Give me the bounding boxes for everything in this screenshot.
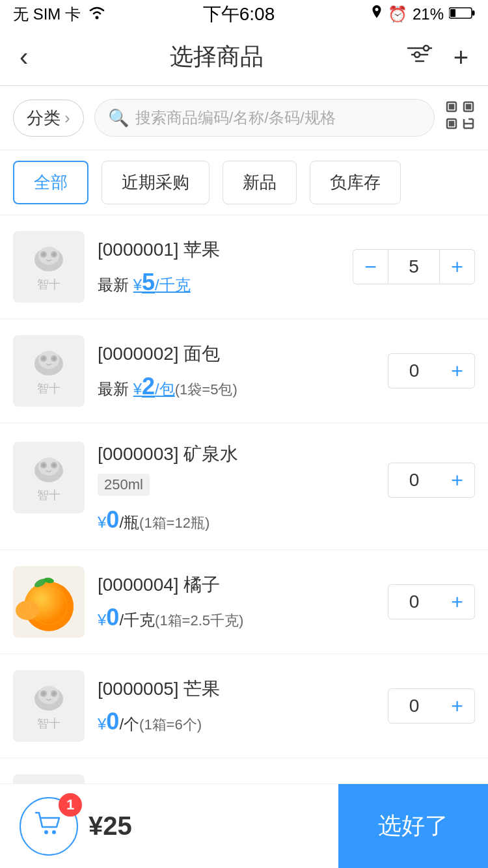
nav-icons: +: [405, 42, 468, 72]
category-chevron: ›: [64, 108, 70, 128]
status-time: 下午6:08: [203, 2, 275, 27]
search-icon: 🔍: [108, 108, 129, 128]
tab-all[interactable]: 全部: [13, 161, 88, 204]
price-amount: 0: [106, 506, 119, 533]
svg-point-36: [42, 464, 46, 467]
product-price: ¥0/瓶(1箱=12瓶): [98, 506, 375, 534]
price-amount: 0: [106, 604, 119, 631]
svg-point-25: [53, 253, 56, 256]
product-price: ¥0/千克(1箱=2.5千克): [98, 604, 375, 631]
filter-icon[interactable]: [405, 42, 434, 72]
nav-bar: ‹ 选择商品 +: [0, 29, 488, 86]
list-item: 智十 [0000001] 苹果 最新 ¥5/千克 − +: [0, 215, 488, 318]
price-amount: 5: [142, 269, 155, 295]
quantity-control-p5: +: [388, 688, 475, 724]
battery-percent: 21%: [413, 5, 444, 23]
tab-new[interactable]: 新品: [223, 161, 297, 204]
svg-rect-2: [472, 10, 475, 16]
price-yuan: ¥: [98, 611, 106, 629]
quantity-input-p4[interactable]: [388, 584, 440, 619]
tab-negative[interactable]: 负库存: [310, 161, 401, 204]
filter-bar: 分类 › 🔍 搜索商品编码/名称/条码/规格: [0, 86, 488, 150]
category-button[interactable]: 分类 ›: [13, 100, 84, 137]
price-yuan: ¥: [98, 715, 106, 733]
add-button[interactable]: +: [454, 44, 468, 70]
product-name: [0000001] 苹果: [98, 237, 340, 262]
quantity-control-p2: +: [388, 353, 475, 388]
increase-button-p4[interactable]: +: [440, 584, 475, 619]
status-bar: 无 SIM 卡 下午6:08 ⏰ 21%: [0, 0, 488, 29]
product-info-p1: [0000001] 苹果 最新 ¥5/千克: [85, 237, 353, 296]
list-item: [0000004] 橘子 ¥0/千克(1箱=2.5千克) +: [0, 550, 488, 653]
product-info-p3: [0000003] 矿泉水 250ml ¥0/瓶(1箱=12瓶): [85, 442, 388, 534]
svg-rect-3: [450, 9, 455, 17]
price-label: 最新: [98, 276, 133, 293]
svg-rect-13: [467, 105, 470, 109]
location-icon: [371, 5, 383, 23]
svg-rect-12: [450, 105, 454, 109]
price-label: 最新: [98, 380, 133, 398]
confirm-button[interactable]: 选好了: [338, 784, 488, 869]
product-info-p4: [0000004] 橘子 ¥0/千克(1箱=2.5千克): [85, 573, 388, 631]
product-spec: 250ml: [98, 474, 150, 496]
status-left: 无 SIM 卡: [13, 4, 107, 25]
svg-point-0: [96, 16, 99, 20]
price-unit: /个: [119, 715, 139, 733]
quantity-control-p1: − +: [353, 249, 475, 284]
price-yuan: ¥: [98, 513, 106, 531]
back-button[interactable]: ‹: [20, 42, 28, 72]
svg-point-41: [16, 601, 39, 620]
svg-rect-14: [450, 122, 454, 126]
decrease-button-p1[interactable]: −: [353, 249, 388, 284]
price-note: (1箱=6个): [139, 716, 202, 733]
product-name: [0000005] 芒果: [98, 677, 375, 701]
svg-point-37: [53, 464, 56, 467]
quantity-control-p3: +: [388, 463, 475, 498]
list-item: 智十 [0000005] 芒果 ¥0/个(1箱=6个) +: [0, 655, 488, 757]
price-unit: /包: [155, 380, 175, 398]
cart-badge: 1: [59, 793, 82, 817]
search-placeholder: 搜索商品编码/名称/条码/规格: [135, 107, 336, 128]
list-item: 智十 [0000003] 矿泉水 250ml ¥0/瓶(1箱=12瓶) +: [0, 424, 488, 549]
product-price: 最新 ¥2/包(1袋=5包): [98, 373, 375, 400]
price-yuan: ¥: [133, 276, 142, 293]
product-name: [0000004] 橘子: [98, 573, 375, 597]
page-title: 选择商品: [170, 41, 264, 73]
owl-text: 智十: [37, 716, 61, 731]
owl-text: 智十: [37, 487, 61, 503]
product-info-p2: [0000002] 面包 最新 ¥2/包(1袋=5包): [85, 342, 388, 400]
price-unit: /千克: [119, 611, 155, 629]
product-image-p5: 智十: [13, 670, 85, 742]
svg-point-58: [52, 830, 56, 834]
increase-button-p3[interactable]: +: [440, 463, 475, 498]
svg-point-49: [42, 692, 46, 696]
increase-button-p1[interactable]: +: [440, 249, 475, 284]
cart-area: 1 ¥25: [0, 797, 338, 856]
increase-button-p2[interactable]: +: [440, 353, 475, 388]
product-image-p3: 智十: [13, 442, 85, 513]
cart-total: ¥25: [88, 811, 132, 841]
quantity-input-p2[interactable]: [388, 353, 440, 388]
price-unit: /瓶: [119, 513, 139, 531]
product-info-p5: [0000005] 芒果 ¥0/个(1箱=6个): [85, 677, 388, 735]
scan-icon[interactable]: [445, 100, 475, 136]
price-yuan: ¥: [133, 380, 142, 398]
svg-point-30: [42, 357, 46, 360]
price-note: (1袋=5包): [175, 381, 237, 398]
price-amount: 0: [106, 708, 119, 735]
tabs-bar: 全部 近期采购 新品 负库存: [0, 150, 488, 215]
quantity-input-p1[interactable]: [388, 249, 440, 284]
price-note: (1箱=12瓶): [139, 515, 210, 531]
increase-button-p5[interactable]: +: [440, 688, 475, 724]
quantity-input-p5[interactable]: [388, 688, 440, 724]
alarm-icon: ⏰: [388, 5, 407, 23]
wifi-icon: [87, 5, 107, 23]
svg-point-50: [53, 692, 56, 696]
quantity-input-p3[interactable]: [388, 463, 440, 498]
tab-recent[interactable]: 近期采购: [102, 161, 210, 204]
search-box[interactable]: 🔍 搜索商品编码/名称/条码/规格: [94, 99, 435, 137]
price-unit: /千克: [155, 276, 191, 293]
svg-point-7: [424, 46, 429, 51]
cart-button[interactable]: 1: [20, 797, 78, 856]
product-list: 智十 [0000001] 苹果 最新 ¥5/千克 − +: [0, 215, 488, 868]
